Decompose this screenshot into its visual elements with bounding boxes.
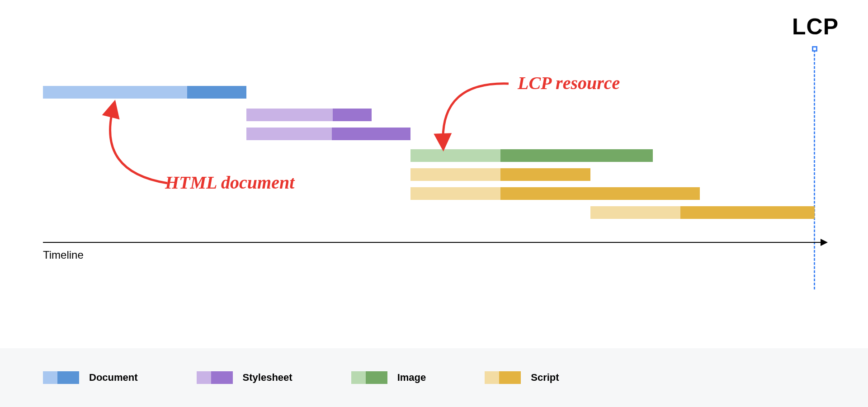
bar-stylesheet-2 xyxy=(246,128,410,140)
bar-script-3 xyxy=(590,206,815,219)
bar-script-2 xyxy=(410,187,700,200)
legend-label-document: Document xyxy=(89,372,138,383)
legend-item-stylesheet: Stylesheet xyxy=(197,371,292,384)
annotation-lcp-resource: LCP resource xyxy=(518,72,620,94)
timeline-axis-arrow-icon xyxy=(821,239,828,246)
swatch-image xyxy=(351,371,387,384)
swatch-script xyxy=(485,371,521,384)
waterfall-chart: LCP LCP resource HTML document Timeline xyxy=(43,41,825,308)
legend-item-document: Document xyxy=(43,371,138,384)
timeline-axis xyxy=(43,242,825,243)
legend-item-image: Image xyxy=(351,371,426,384)
legend-item-script: Script xyxy=(485,371,559,384)
annotation-html-document: HTML document xyxy=(165,172,294,193)
legend-label-image: Image xyxy=(397,372,426,383)
legend-label-stylesheet: Stylesheet xyxy=(243,372,292,383)
timeline-axis-label: Timeline xyxy=(43,249,84,261)
arrow-lcp-resource xyxy=(405,77,518,149)
swatch-document xyxy=(43,371,79,384)
legend: Document Stylesheet Image Script xyxy=(0,348,868,407)
legend-label-script: Script xyxy=(531,372,559,383)
lcp-marker-line xyxy=(814,50,815,289)
lcp-heading: LCP xyxy=(792,14,839,40)
bar-image-lcp xyxy=(410,149,653,162)
swatch-stylesheet xyxy=(197,371,233,384)
bar-script-1 xyxy=(410,168,590,181)
bar-document xyxy=(43,86,246,99)
lcp-marker-handle xyxy=(812,46,817,52)
bar-stylesheet-1 xyxy=(246,109,372,121)
